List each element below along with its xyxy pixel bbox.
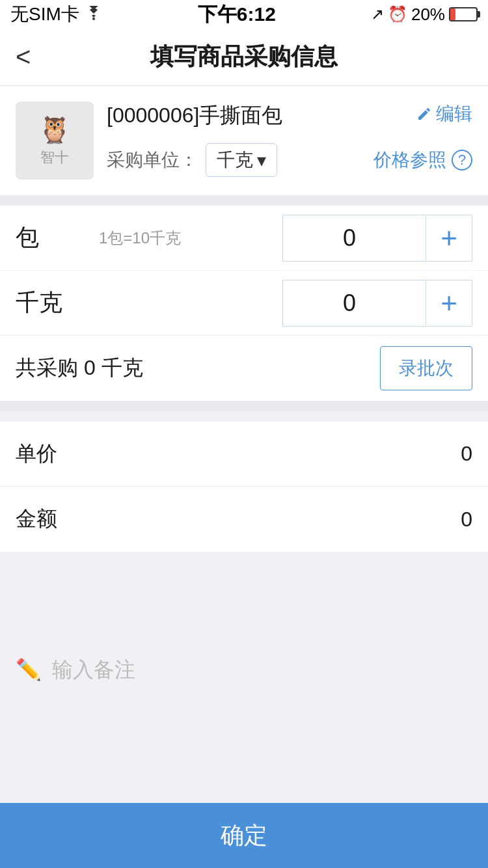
- edit-label: 编辑: [436, 102, 472, 126]
- purchase-unit-label: 采购单位：: [107, 148, 198, 172]
- amount-row: 金额 0: [0, 487, 488, 552]
- unit-price-value: 0: [461, 442, 472, 466]
- kg-quantity-input[interactable]: [282, 280, 426, 327]
- record-batch-button[interactable]: 录批次: [380, 346, 472, 390]
- time-display: 下午6:12: [198, 1, 276, 28]
- bao-quantity-input[interactable]: [282, 215, 426, 262]
- notes-section[interactable]: ✏️ 输入备注: [0, 552, 488, 786]
- product-logo-icon: 🦉: [38, 115, 71, 145]
- price-ref-label: 价格参照: [373, 148, 446, 172]
- section-divider-1: [0, 195, 488, 206]
- page-title: 填写商品采购信息: [150, 41, 338, 73]
- pencil-icon: ✏️: [16, 657, 42, 682]
- amount-value: 0: [461, 508, 472, 532]
- location-icon: ↗: [371, 5, 384, 23]
- status-right: ↗ ⏰ 20%: [371, 5, 478, 25]
- price-reference-button[interactable]: 价格参照 ?: [373, 148, 472, 172]
- battery-icon: [449, 7, 478, 21]
- bao-plus-button[interactable]: +: [426, 215, 472, 262]
- product-section: 🦉 智十 [0000006]手撕面包 编辑 采购单位： 千克 ▾ 价格参照 ?: [0, 86, 488, 195]
- bao-quantity-row: 包 1包=10千克 +: [0, 206, 488, 271]
- bao-label: 包: [16, 222, 94, 254]
- unit-dropdown[interactable]: 千克 ▾: [206, 143, 277, 177]
- dropdown-arrow-icon: ▾: [257, 150, 266, 171]
- total-label: 共采购 0 千克: [16, 354, 143, 383]
- unit-price-label: 单价: [16, 440, 57, 468]
- kg-input-group: +: [282, 280, 472, 327]
- status-left: 无SIM卡: [10, 2, 103, 27]
- carrier-text: 无SIM卡: [10, 2, 79, 27]
- status-bar: 无SIM卡 下午6:12 ↗ ⏰ 20%: [0, 0, 488, 29]
- alarm-icon: ⏰: [388, 5, 407, 23]
- product-name: [0000006]手撕面包: [107, 102, 282, 130]
- purchase-unit-row: 采购单位： 千克 ▾ 价格参照 ?: [107, 143, 472, 177]
- unit-price-row: 单价 0: [0, 422, 488, 487]
- nav-bar: < 填写商品采购信息: [0, 29, 488, 86]
- unit-value: 千克: [217, 148, 253, 172]
- notes-inner: ✏️ 输入备注: [16, 653, 472, 685]
- edit-button[interactable]: 编辑: [416, 102, 472, 126]
- product-header: [0000006]手撕面包 编辑: [107, 102, 472, 130]
- kg-label: 千克: [16, 287, 94, 319]
- product-info: [0000006]手撕面包 编辑 采购单位： 千克 ▾ 价格参照 ?: [107, 102, 472, 177]
- bao-input-group: +: [282, 215, 472, 262]
- notes-placeholder: 输入备注: [52, 656, 135, 685]
- confirm-button[interactable]: 确定: [0, 803, 488, 868]
- battery-pct: 20%: [411, 5, 445, 25]
- quantity-section: 包 1包=10千克 + 千克 +: [0, 206, 488, 336]
- kg-quantity-row: 千克 +: [0, 271, 488, 336]
- price-ref-help-icon: ?: [452, 150, 472, 170]
- bao-sub-label: 1包=10千克: [99, 228, 181, 249]
- wifi-icon: [85, 4, 103, 25]
- amount-label: 金额: [16, 505, 57, 534]
- svg-point-0: [92, 18, 95, 20]
- price-section: 单价 0 金额 0: [0, 422, 488, 552]
- total-row: 共采购 0 千克 录批次: [0, 336, 488, 401]
- product-logo-text: 智十: [40, 148, 69, 167]
- kg-plus-button[interactable]: +: [426, 280, 472, 327]
- section-divider-2: [0, 401, 488, 411]
- product-image: 🦉 智十: [16, 102, 94, 180]
- back-button[interactable]: <: [9, 36, 37, 78]
